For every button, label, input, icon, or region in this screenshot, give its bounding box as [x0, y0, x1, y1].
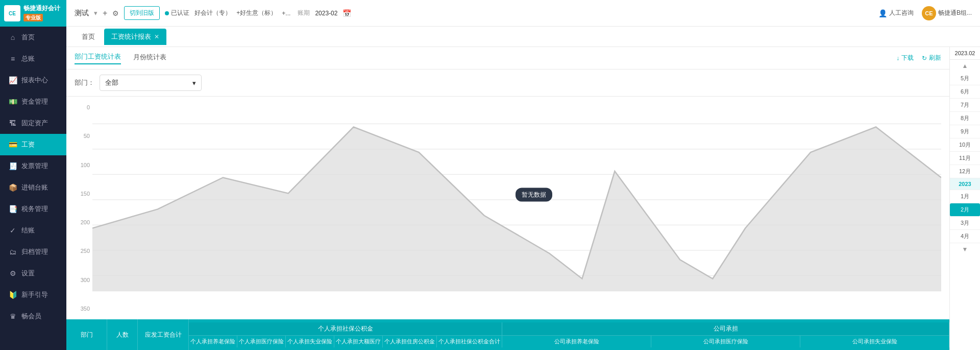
salary-icon: 💳 — [8, 141, 17, 149]
topbar: 测试 ▾ + ⚙ 切到旧版 已认证 好会计（专） +好生意（标） +... 账期… — [66, 0, 980, 27]
subtab-monthly[interactable]: 月份统计表 — [133, 53, 166, 64]
dept-filter-label: 部门： — [75, 78, 94, 87]
sidebar-item-tax[interactable]: 📑 税务管理 — [0, 198, 66, 220]
th-personal-unemployment: 个人承担失业保险 — [286, 336, 334, 347]
th-dept: 部门 — [66, 319, 107, 350]
th-company-medical: 公司承担医疗保险 — [651, 336, 800, 347]
logo-icon: CE — [4, 5, 20, 21]
settlement-icon: ✓ — [8, 226, 17, 235]
sidebar-item-home[interactable]: ⌂ 首页 — [0, 27, 66, 48]
year-2023-label: 2023 — [950, 178, 980, 190]
month-3[interactable]: 3月 — [950, 217, 980, 230]
th-personal-housing-fund: 个人承担住房公积金 — [383, 336, 437, 347]
right-panel-date: 2023.02 — [950, 47, 980, 60]
month-7[interactable]: 7月 — [950, 99, 980, 112]
th-personal-group-title: 个人承担社保公积金 — [189, 322, 502, 336]
archive-icon: 🗂 — [8, 248, 17, 256]
main-area: 测试 ▾ + ⚙ 切到旧版 已认证 好会计（专） +好生意（标） +... 账期… — [66, 0, 980, 350]
certified-badge: 已认证 — [165, 9, 189, 17]
switch-mode-button[interactable]: 切到旧版 — [124, 6, 160, 20]
sidebar-item-assets[interactable]: 🏗 固定资产 — [0, 112, 66, 134]
month-1[interactable]: 1月 — [950, 190, 980, 203]
content-area: 部门工资统计表 月份统计表 ↓ 下载 ↻ 刷新 — [66, 47, 980, 350]
logo-text: 畅捷通好会计 专业版 — [23, 5, 60, 21]
purchase-icon: 📦 — [8, 183, 17, 192]
month-4[interactable]: 4月 — [950, 230, 980, 243]
th-company-pension: 公司承担养老保险 — [502, 336, 651, 347]
sidebar-item-member[interactable]: ♛ 畅会员 — [0, 306, 66, 327]
month-8[interactable]: 8月 — [950, 112, 980, 125]
period-value: 2023-02 — [315, 10, 337, 17]
assets-icon: 🏗 — [8, 119, 17, 127]
period-label: 账期 — [298, 9, 310, 17]
scroll-down-button[interactable]: ▼ — [960, 244, 970, 254]
month-10[interactable]: 10月 — [950, 138, 980, 152]
service-badge: +好生意（标） — [236, 9, 277, 17]
user-profile[interactable]: CE 畅捷通B组... — [922, 6, 972, 20]
content-main: 部门工资统计表 月份统计表 ↓ 下载 ↻ 刷新 — [66, 47, 949, 350]
reports-icon: 📈 — [8, 76, 17, 84]
sidebar-item-settlement[interactable]: ✓ 结账 — [0, 220, 66, 241]
dept-filter-select[interactable]: 全部 ▾ — [100, 75, 202, 91]
sidebar-item-archive[interactable]: 🗂 归档管理 — [0, 241, 66, 263]
sidebar-item-reports[interactable]: 📈 报表中心 — [0, 69, 66, 91]
th-personal-medical: 个人承担医疗保险 — [237, 336, 286, 347]
tab-close-icon[interactable]: ✕ — [154, 33, 159, 40]
user-avatar: CE — [922, 6, 936, 20]
tax-icon: 📑 — [8, 205, 17, 213]
sidebar-item-invoice[interactable]: 🧾 发票管理 — [0, 155, 66, 177]
th-personal-total: 个人承担社保公积金合计 — [437, 336, 502, 347]
help-button[interactable]: 👤 人工咨询 — [878, 9, 914, 17]
sidebar-item-guide[interactable]: 🔰 新手引导 — [0, 284, 66, 306]
select-arrow-icon: ▾ — [192, 79, 196, 87]
month-12[interactable]: 12月 — [950, 165, 980, 178]
tab-home[interactable]: 首页 — [75, 29, 102, 45]
refresh-button[interactable]: ↻ 刷新 — [922, 54, 941, 62]
subtab-bar: 部门工资统计表 月份统计表 ↓ 下载 ↻ 刷新 — [66, 47, 949, 69]
add-button[interactable]: + — [103, 9, 107, 18]
sidebar-item-funds[interactable]: 💵 资金管理 — [0, 91, 66, 112]
more-badge: +... — [282, 10, 290, 17]
company-dropdown-arrow[interactable]: ▾ — [94, 9, 97, 17]
badge-dot — [165, 11, 169, 15]
invoice-icon: 🧾 — [8, 162, 17, 170]
month-9[interactable]: 9月 — [950, 125, 980, 138]
scroll-up-button[interactable]: ▲ — [960, 61, 970, 71]
month-5[interactable]: 5月 — [950, 72, 980, 85]
month-11[interactable]: 11月 — [950, 152, 980, 165]
filter-bar: 部门： 全部 ▾ — [66, 69, 949, 97]
tab-salary-report[interactable]: 工资统计报表 ✕ — [104, 29, 166, 45]
subtab-dept[interactable]: 部门工资统计表 — [75, 52, 121, 64]
funds-icon: 💵 — [8, 98, 17, 106]
th-company-unemployment: 公司承担失业保险 — [800, 336, 949, 347]
th-personal-pension: 个人承担养老保险 — [189, 336, 237, 347]
th-company-group: 公司承担 公司承担养老保险 公司承担医疗保险 公司承担失业保险 — [502, 322, 949, 347]
th-company-group-title: 公司承担 — [502, 322, 949, 336]
help-icon: 👤 — [878, 9, 887, 17]
chart-y-labels: 350 300 250 200 150 100 50 0 — [75, 102, 92, 314]
topbar-right: 👤 人工咨询 CE 畅捷通B组... — [878, 6, 972, 20]
product-badge: 好会计（专） — [194, 9, 231, 17]
subtab-actions: ↓ 下载 ↻ 刷新 — [896, 54, 941, 62]
chart-wrapper: 350 300 250 200 150 100 50 0 — [75, 102, 941, 314]
download-icon: ↓ — [896, 55, 899, 62]
download-button[interactable]: ↓ 下载 — [896, 54, 914, 62]
sidebar-item-purchase[interactable]: 📦 进销台账 — [0, 177, 66, 198]
month-2-active[interactable]: 2月 — [950, 203, 980, 217]
right-panel: 2023.02 ▲ 5月 6月 7月 8月 9月 10月 11月 12月 202… — [949, 47, 980, 350]
sidebar-item-salary[interactable]: 💳 工资 — [0, 134, 66, 155]
topbar-settings-button[interactable]: ⚙ — [112, 9, 119, 17]
refresh-icon: ↻ — [922, 55, 927, 62]
sidebar: CE 畅捷通好会计 专业版 ⌂ 首页 ≡ 总账 📈 报表中心 💵 资金管理 🏗 … — [0, 0, 66, 350]
sidebar-item-settings[interactable]: ⚙ 设置 — [0, 263, 66, 284]
chart-svg: 暂无数据 — [92, 102, 941, 304]
month-6[interactable]: 6月 — [950, 85, 980, 99]
calendar-icon[interactable]: 📅 — [342, 9, 351, 17]
th-personal-group: 个人承担社保公积金 个人承担养老保险 个人承担医疗保险 个人承担失业保险 个人承… — [189, 322, 502, 347]
th-people: 人数 — [107, 319, 138, 350]
table-header: 部门 人数 应发工资合计 个人承担社保公积金 个人承担养老保险 — [66, 319, 949, 350]
settings-icon: ⚙ — [8, 269, 17, 277]
sidebar-item-ledger[interactable]: ≡ 总账 — [0, 48, 66, 69]
chart-area: 350 300 250 200 150 100 50 0 — [66, 97, 949, 319]
member-icon: ♛ — [8, 312, 17, 320]
